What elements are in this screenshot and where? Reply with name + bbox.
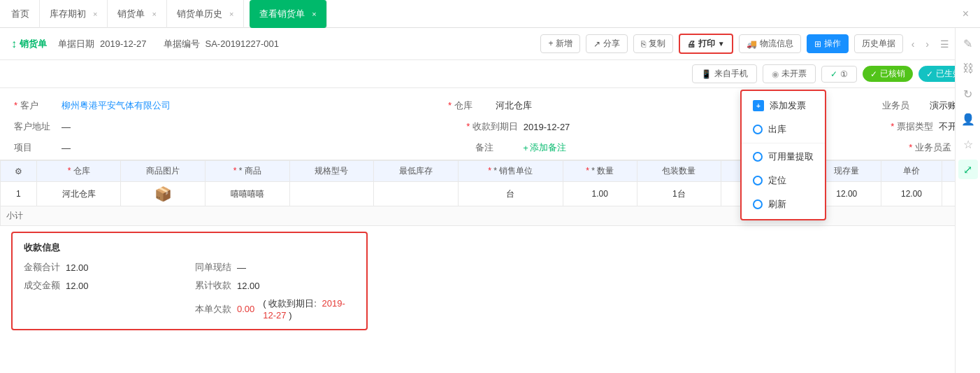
share-button[interactable]: ↗ 分享	[586, 34, 628, 53]
tab-view-sales-label: 查看销货单	[259, 8, 305, 20]
plus-icon: +	[523, 143, 528, 153]
customer-label: 客户	[14, 99, 56, 112]
from-phone-button[interactable]: 📱 来自手机	[692, 64, 757, 83]
sidebar-edit-icon[interactable]: ✎	[958, 34, 978, 53]
sidebar-expand-icon[interactable]: ⤢	[958, 160, 978, 179]
tab-sales-close[interactable]: ×	[152, 10, 156, 18]
add-invoice-icon: +	[753, 100, 764, 111]
project-value: —	[62, 143, 71, 153]
current-due-label: 本单欠款	[195, 303, 231, 316]
warehouse-value: 河北仓库	[496, 99, 532, 112]
subtotal-row: 小计	[1, 206, 980, 226]
available-qty-icon	[753, 152, 763, 162]
sidebar-user-icon[interactable]: 👤	[958, 109, 978, 129]
tab-sales-history[interactable]: 销货单历史 ×	[167, 0, 244, 28]
doc-info: 单据日期 2019-12-27 单据编号 SA-20191227-001	[58, 38, 529, 50]
locate-icon	[753, 176, 763, 185]
transaction-amount-value: 12.00	[66, 281, 89, 291]
row-quantity: 1.00	[563, 182, 637, 206]
cumulative-collection-row: 累计收款 12.00	[195, 279, 355, 292]
same-order-value: —	[237, 262, 246, 273]
tab-inventory-label: 库存期初	[50, 8, 86, 20]
prev-record-arrow[interactable]: ‹	[909, 37, 918, 51]
subtotal-label: 小计	[1, 206, 980, 226]
cancel-status-button[interactable]: ✓ 已核销	[863, 66, 913, 82]
total-amount-label: 金额合计	[24, 261, 60, 274]
list-view-icon[interactable]: ☰	[937, 37, 952, 51]
history-button[interactable]: 历史单据	[854, 34, 903, 53]
dropdown-locate[interactable]: 定位	[742, 169, 825, 192]
salesperson-label: 业务员孟	[909, 141, 951, 154]
sidebar-link-icon[interactable]: ⛓	[958, 59, 978, 78]
print-button[interactable]: 🖨 打印 ▼	[679, 34, 733, 54]
tab-home[interactable]: 首页	[6, 0, 40, 28]
doc-date-label: 单据日期 2019-12-27	[58, 38, 147, 50]
next-record-arrow[interactable]: ›	[923, 37, 932, 51]
product-table-container: ⚙ 仓库 商品图片 * 商品 规格型号 最低库存 * 销售单位 * 数量 包装数…	[0, 160, 980, 226]
warehouse-label: 仓库	[448, 99, 490, 112]
payment-info-grid: 金额合计 12.00 同单现结 — 成交金额 12.00 累计收款 12.00 …	[24, 261, 355, 321]
col-product: * 商品	[205, 161, 289, 182]
current-due-value: 0.00	[237, 304, 254, 314]
transaction-amount-label: 成交金额	[24, 279, 60, 292]
tab-bar: 首页 库存期初 × 销货单 × 销货单历史 × 查看销货单 × ×	[0, 0, 980, 28]
table-header-row: ⚙ 仓库 商品图片 * 商品 规格型号 最低库存 * 销售单位 * 数量 包装数…	[1, 161, 980, 182]
customer-value[interactable]: 柳州粤港平安气体有限公司	[62, 99, 171, 112]
row-min-stock	[374, 182, 459, 206]
sidebar-rotate-icon[interactable]: ↻	[958, 84, 978, 104]
payment-due-value: 2019-12-27	[524, 122, 570, 132]
payment-due-label: 收款到期日	[466, 120, 518, 133]
settings-icon: ⚙	[15, 167, 22, 176]
payment-due-field: 收款到期日 2019-12-27	[466, 120, 891, 133]
dropdown-add-invoice[interactable]: + 添加发票	[742, 94, 825, 118]
dropdown-available-qty[interactable]: 可用量提取	[742, 145, 825, 169]
refresh-icon	[753, 199, 763, 209]
tab-view-sales-close[interactable]: ×	[312, 10, 316, 18]
row-num: 1	[1, 182, 37, 206]
current-due-row: 本单欠款 0.00 ( 收款到期日: 2019-12-27 )	[195, 297, 355, 321]
operations-button[interactable]: ⊞ 操作	[807, 34, 849, 53]
copy-button[interactable]: ⎘ 复制	[633, 34, 673, 53]
tab-sales-history-label: 销货单历史	[177, 8, 222, 20]
due-date-text: ( 收款到期日: 2019-12-27 )	[263, 297, 355, 321]
copy-icon: ⎘	[641, 39, 646, 49]
dropdown-refresh[interactable]: 刷新	[742, 192, 825, 216]
col-settings[interactable]: ⚙	[1, 161, 37, 182]
grid-icon: ⊞	[814, 39, 821, 49]
row-product: 嘻嘻嘻嘻	[205, 182, 289, 206]
not-open-button[interactable]: ◉ 未开票	[763, 64, 816, 83]
row-warehouse: 河北仓库	[36, 182, 121, 206]
product-table: ⚙ 仓库 商品图片 * 商品 规格型号 最低库存 * 销售单位 * 数量 包装数…	[0, 160, 980, 226]
truck-icon: 🚚	[747, 39, 757, 49]
col-unit-price: 单价	[881, 161, 942, 182]
share-icon: ↗	[593, 39, 600, 49]
add-remark-button[interactable]: + 添加备注	[523, 141, 566, 154]
logistics-button[interactable]: 🚚 物流信息	[739, 34, 801, 53]
cumulative-collection-value: 12.00	[237, 281, 260, 291]
payment-info-box: 收款信息 金额合计 12.00 同单现结 — 成交金额 12.00 累计收款 1…	[11, 232, 368, 330]
check1-button[interactable]: ✓ ①	[821, 66, 857, 83]
total-amount-value: 12.00	[66, 262, 89, 273]
tab-home-label: 首页	[11, 8, 29, 20]
col-min-stock: 最低库存	[374, 161, 459, 182]
tab-inventory[interactable]: 库存期初 ×	[40, 0, 108, 28]
tab-bar-close[interactable]: ×	[957, 8, 974, 20]
tab-view-sales[interactable]: 查看销货单 ×	[250, 0, 326, 28]
employee-field: 业务员 演示账号	[882, 99, 966, 112]
cumulative-collection-label: 累计收款	[195, 279, 231, 292]
sidebar-star-icon[interactable]: ☆	[958, 134, 978, 154]
tab-sales[interactable]: 销货单 ×	[108, 0, 166, 28]
doc-type-icon: ↕	[11, 38, 17, 50]
dropdown-outbound[interactable]: 出库	[742, 118, 825, 141]
tab-inventory-close[interactable]: ×	[93, 10, 97, 18]
address-field: 客户地址 —	[14, 120, 438, 133]
customer-field: 客户 柳州粤港平安气体有限公司	[14, 99, 448, 112]
tab-sales-history-close[interactable]: ×	[229, 10, 233, 18]
tab-sales-label: 销货单	[117, 8, 145, 20]
total-amount-row: 金额合计 12.00	[24, 261, 184, 274]
new-button[interactable]: + 新增	[540, 34, 579, 53]
transaction-amount-row: 成交金额 12.00	[24, 279, 184, 292]
col-pack-qty: 包装数量	[637, 161, 721, 182]
row-pack-qty: 1台	[637, 182, 721, 206]
ticket-type-label: 票据类型	[891, 120, 933, 133]
